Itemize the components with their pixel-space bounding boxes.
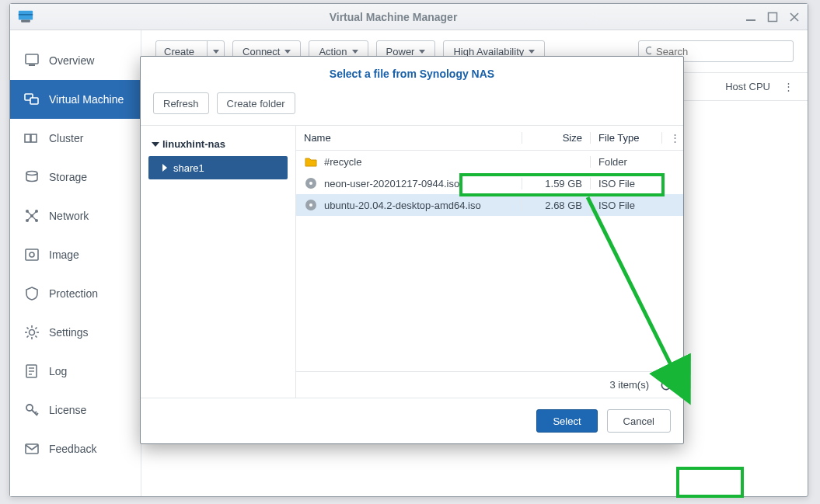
file-name: neon-user-20201217-0944.iso (324, 178, 459, 189)
folder-tree: linuxhint-nas share1 (141, 126, 296, 398)
window-controls (745, 12, 800, 23)
file-list-footer: 3 item(s) (296, 371, 683, 398)
sidebar-item-settings[interactable]: Settings (10, 313, 141, 352)
sidebar-item-license[interactable]: License (10, 391, 141, 429)
sidebar-item-log[interactable]: Log (10, 352, 141, 391)
create-folder-button[interactable]: Create folder (217, 92, 295, 114)
refresh-icon[interactable] (660, 379, 672, 391)
sidebar-item-label: Image (49, 249, 79, 261)
svg-point-34 (647, 47, 652, 54)
storage-icon (24, 169, 40, 185)
refresh-button[interactable]: Refresh (153, 92, 209, 114)
sidebar-item-network[interactable]: Network (10, 196, 141, 235)
dialog-actions: Select Cancel (141, 398, 683, 443)
svg-line-26 (35, 328, 37, 329)
svg-point-11 (26, 172, 37, 176)
sidebar-item-label: Cluster (49, 132, 83, 144)
svg-point-32 (26, 405, 33, 411)
sidebar-item-label: Settings (49, 326, 89, 339)
tree-root[interactable]: linuxhint-nas (148, 135, 288, 153)
search-icon (645, 46, 651, 57)
svg-rect-2 (21, 19, 30, 22)
sidebar-item-label: Log (49, 365, 67, 377)
maximize-icon[interactable] (767, 12, 778, 23)
svg-point-37 (309, 182, 312, 185)
svg-rect-10 (31, 134, 37, 142)
sidebar-item-cluster[interactable]: Cluster (10, 119, 141, 158)
svg-point-39 (309, 203, 312, 207)
network-icon (24, 208, 40, 224)
sidebar-item-protection[interactable]: Protection (10, 274, 141, 313)
col-name[interactable]: Name (296, 132, 522, 144)
sidebar-item-label: Protection (49, 287, 98, 300)
file-type: ISO File (590, 178, 661, 189)
sidebar-item-label: Network (49, 210, 89, 222)
columns-more-icon[interactable]: ⋮ (661, 132, 683, 144)
gear-icon (24, 325, 40, 340)
tree-root-label: linuxhint-nas (162, 138, 225, 150)
window-title: Virtual Machine Manager (41, 11, 745, 23)
svg-rect-4 (769, 12, 777, 21)
sidebar-item-storage[interactable]: Storage (10, 158, 141, 196)
svg-rect-3 (746, 19, 755, 21)
select-button[interactable]: Select (536, 409, 597, 433)
minimize-icon[interactable] (745, 12, 756, 23)
titlebar: Virtual Machine Manager (10, 4, 808, 30)
disc-icon (304, 176, 318, 190)
svg-rect-9 (25, 134, 30, 142)
file-column-headers: Name Size File Type ⋮ (296, 126, 683, 151)
file-select-dialog: Select a file from Synology NAS Refresh … (140, 56, 684, 444)
svg-point-19 (30, 330, 35, 335)
sidebar-item-virtual-machine[interactable]: Virtual Machine (10, 80, 141, 119)
disc-icon (304, 198, 318, 212)
tree-node-share1[interactable]: share1 (148, 156, 288, 179)
overview-icon (24, 53, 40, 68)
file-type: ISO File (590, 200, 661, 211)
sidebar-item-label: Virtual Machine (49, 93, 124, 106)
sidebar-item-image[interactable]: Image (10, 235, 141, 274)
dialog-title: Select a file from Synology NAS (141, 57, 683, 88)
file-size: 1.59 GB (522, 178, 590, 189)
sidebar-item-overview[interactable]: Overview (10, 41, 141, 80)
item-count: 3 item(s) (609, 379, 649, 391)
log-icon (24, 363, 40, 379)
svg-rect-6 (29, 64, 35, 66)
file-list: Name Size File Type ⋮ #recycle Folder ne… (296, 126, 683, 398)
image-icon (24, 247, 40, 262)
svg-rect-8 (30, 98, 38, 104)
sidebar-item-label: Storage (49, 171, 87, 183)
chevron-right-icon (162, 164, 167, 172)
cluster-icon (24, 130, 40, 146)
file-type: Folder (590, 156, 661, 168)
svg-point-18 (30, 252, 34, 257)
close-icon[interactable] (789, 12, 800, 23)
folder-icon (304, 155, 318, 169)
file-size: 2.68 GB (522, 200, 590, 211)
column-host-cpu[interactable]: Host CPU (725, 81, 770, 92)
vm-icon (24, 92, 40, 107)
columns-more-icon[interactable]: ⋮ (783, 81, 794, 92)
svg-rect-17 (26, 249, 38, 260)
shield-icon (24, 286, 40, 301)
svg-line-25 (35, 335, 37, 337)
file-name: ubuntu-20.04.2-desktop-amd64.iso (324, 200, 481, 211)
file-name: #recycle (324, 156, 361, 168)
tree-node-label: share1 (173, 162, 204, 174)
file-row[interactable]: ubuntu-20.04.2-desktop-amd64.iso 2.68 GB… (296, 194, 683, 216)
cancel-button[interactable]: Cancel (607, 409, 671, 433)
app-icon (18, 10, 33, 24)
chevron-down-icon (152, 142, 159, 147)
svg-rect-5 (26, 54, 38, 64)
mail-icon (24, 441, 40, 457)
sidebar-item-label: License (49, 404, 86, 416)
sidebar: Overview Virtual Machine Cluster Storage… (10, 30, 141, 496)
file-row[interactable]: #recycle Folder (296, 151, 683, 172)
dialog-toolbar: Refresh Create folder (141, 88, 683, 126)
sidebar-item-feedback[interactable]: Feedback (10, 429, 141, 468)
col-size[interactable]: Size (522, 132, 590, 144)
col-type[interactable]: File Type (590, 132, 661, 144)
svg-rect-1 (19, 13, 33, 15)
file-row[interactable]: neon-user-20201217-0944.iso 1.59 GB ISO … (296, 172, 683, 194)
svg-line-24 (27, 328, 29, 329)
sidebar-item-label: Feedback (49, 443, 96, 455)
